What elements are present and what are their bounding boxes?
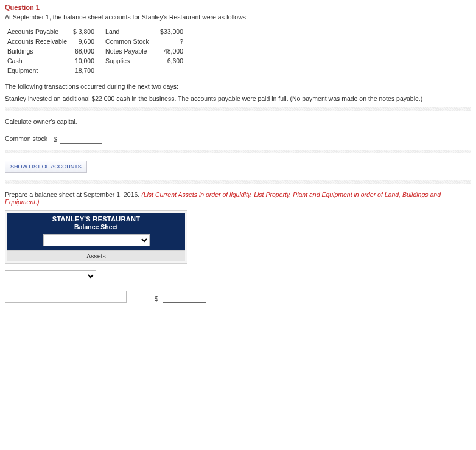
acct-label: Cash bbox=[5, 56, 69, 66]
table-row: Accounts Receivable 9,600 Common Stock ? bbox=[5, 36, 186, 46]
acct-value: $ 3,800 bbox=[69, 27, 97, 36]
common-stock-row: Common stock $ bbox=[5, 133, 471, 144]
sheet-title: Balance Sheet bbox=[7, 223, 185, 230]
company-name: STANLEY'S RESTAURANT bbox=[7, 215, 185, 223]
prepare-prefix: Prepare a balance sheet at September 1, … bbox=[5, 191, 141, 198]
date-select-row bbox=[7, 232, 185, 250]
acct-label bbox=[103, 66, 158, 75]
acct-label: Equipment bbox=[5, 66, 69, 75]
dollar-sign: $ bbox=[54, 136, 57, 144]
prepare-instruction: Prepare a balance sheet at September 1, … bbox=[5, 191, 471, 206]
balance-sheet-header: STANLEY'S RESTAURANT Balance Sheet bbox=[7, 213, 185, 232]
transactions-body: Stanley invested an additional $22,000 c… bbox=[5, 95, 471, 102]
asset-category-select[interactable] bbox=[5, 270, 96, 282]
show-accounts-button[interactable]: SHOW LIST OF ACCOUNTS bbox=[5, 161, 87, 173]
divider bbox=[5, 180, 471, 184]
calc-label: Calculate owner's capital. bbox=[5, 118, 471, 125]
acct-value: 10,000 bbox=[69, 56, 97, 66]
acct-label: Common Stock bbox=[103, 36, 158, 46]
acct-label: Land bbox=[103, 27, 158, 36]
acct-value: 68,000 bbox=[69, 46, 97, 56]
acct-value: 6,600 bbox=[158, 56, 186, 66]
acct-value: 9,600 bbox=[69, 36, 97, 46]
divider bbox=[5, 107, 471, 111]
date-select[interactable] bbox=[43, 234, 150, 246]
acct-label: Accounts Receivable bbox=[5, 36, 69, 46]
asset-category-row bbox=[5, 270, 471, 282]
acct-value: $33,000 bbox=[158, 27, 186, 36]
assets-heading: Assets bbox=[7, 250, 185, 261]
balance-sheet-widget: STANLEY'S RESTAURANT Balance Sheet Asset… bbox=[5, 210, 187, 264]
table-row: Cash 10,000 Supplies 6,600 bbox=[5, 56, 186, 66]
intro-text: At September 1, the balance sheet accoun… bbox=[5, 13, 471, 21]
acct-label: Notes Payable bbox=[103, 46, 158, 56]
table-row: Accounts Payable $ 3,800 Land $33,000 bbox=[5, 27, 186, 36]
asset-amount-input[interactable] bbox=[163, 292, 206, 303]
acct-value: 18,700 bbox=[69, 66, 97, 75]
table-row: Buildings 68,000 Notes Payable 48,000 bbox=[5, 46, 186, 56]
acct-value: ? bbox=[158, 36, 186, 46]
divider bbox=[5, 150, 471, 153]
table-row: Equipment 18,700 bbox=[5, 66, 186, 75]
common-stock-label: Common stock bbox=[5, 135, 47, 144]
acct-value bbox=[158, 66, 186, 75]
accounts-table: Accounts Payable $ 3,800 Land $33,000 Ac… bbox=[5, 27, 186, 75]
asset-name-input[interactable] bbox=[5, 291, 127, 303]
dollar-sign: $ bbox=[155, 295, 158, 303]
transactions-heading: The following transactions occurred duri… bbox=[5, 83, 471, 90]
acct-label: Buildings bbox=[5, 46, 69, 56]
asset-line-row: $ bbox=[5, 291, 471, 303]
acct-value: 48,000 bbox=[158, 46, 186, 56]
acct-label: Accounts Payable bbox=[5, 27, 69, 36]
common-stock-input[interactable] bbox=[60, 133, 102, 144]
question-title: Question 1 bbox=[5, 4, 471, 11]
acct-label: Supplies bbox=[103, 56, 158, 66]
